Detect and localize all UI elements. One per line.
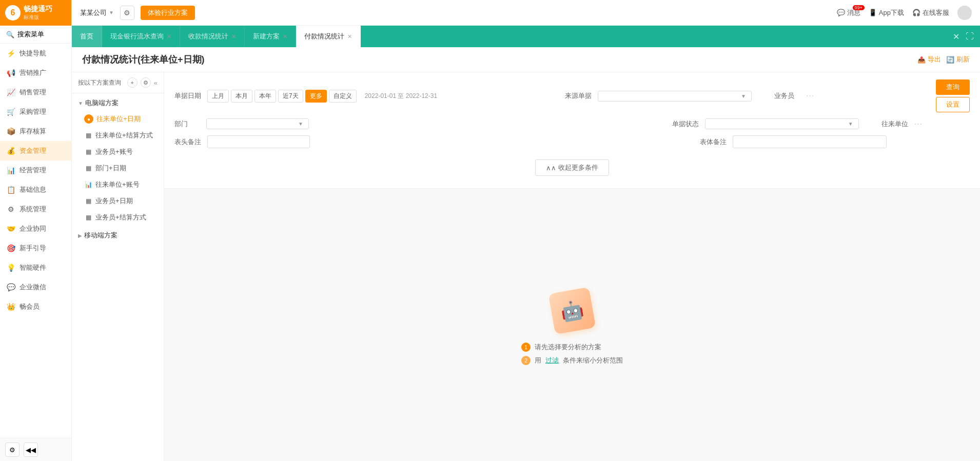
sidebar-item-marketing[interactable]: 📢 营销推广 [0,63,71,83]
sidebar-item-capital[interactable]: 💰 资金管理 [0,141,71,161]
capital-icon: 💰 [6,146,15,155]
filter-row-3: 表头备注 表体备注 [174,135,970,148]
sidebar-item-system[interactable]: ⚙ 系统管理 [0,199,71,219]
dept-select[interactable]: ▼ [206,118,309,129]
empty-tips: 1 请先选择要分析的方案 2 用 过滤 条件来缩小分析范围 [521,343,623,365]
sidebar-item-purchase[interactable]: 🛒 采购管理 [0,102,71,122]
tab-new-scheme[interactable]: 新建方案 ✕ [245,26,296,47]
scheme-item-dept-date[interactable]: ▦ 部门+日期 [72,160,164,176]
query-btn[interactable]: 查询 [936,79,970,95]
sidebar-item-basic-info[interactable]: 📋 基础信息 [0,180,71,199]
scheme-group-mobile-title[interactable]: ▶ 移动端方案 [72,228,164,243]
filter-panel: 单据日期 上月 本月 本年 近7天 更多 自定义 2022-01-01 至 20… [164,72,980,189]
service-btn[interactable]: 🎧 在线客服 [912,8,949,17]
logo-icon: 6 [5,5,21,21]
staff-filter-dots[interactable]: ··· [806,91,814,101]
sidebar-item-member[interactable]: 👑 畅会员 [0,297,71,316]
app-download-btn[interactable]: 📱 App下载 [869,8,904,17]
tab-receipts-stat[interactable]: 收款情况统计 ✕ [180,26,245,47]
settings-bottom-btn[interactable]: ⚙ [5,443,19,457]
scheme-item-icon: ▦ [84,131,92,139]
scheme-item-icon: ▦ [84,197,92,205]
operation-icon: 📊 [6,166,15,175]
date-btn-more[interactable]: 更多 [305,90,327,103]
scheme-item-staff-date[interactable]: ▦ 业务员+日期 [72,193,164,209]
sidebar-item-enterprise[interactable]: 🤝 企业协同 [0,219,71,238]
scheme-group-desktop-title[interactable]: ▼ 电脑端方案 [72,95,164,111]
avatar[interactable] [957,6,972,20]
date-btn-this-month[interactable]: 本月 [231,90,252,103]
tab-new-scheme-close[interactable]: ✕ [283,33,287,40]
message-btn[interactable]: 💬 消息 99+ [837,8,860,17]
date-btn-custom[interactable]: 自定义 [329,90,357,103]
sidebar-item-operation[interactable]: 📊 经营管理 [0,161,71,180]
tip-num-1: 1 [521,343,531,352]
scheme-add-btn[interactable]: + [127,77,138,88]
close-all-tabs-btn[interactable]: ✕ [951,32,962,42]
sidebar-item-quick-nav[interactable]: ⚡ 快捷导航 [0,44,71,63]
voucher-status-select[interactable]: ▼ [705,118,859,129]
app-version: 标准版 [24,14,52,21]
scheme-item-unit-date[interactable]: ● 往来单位+日期 [72,111,164,127]
collapse-sidebar-btn[interactable]: ◀◀ [24,443,38,457]
scheme-settings-btn[interactable]: ⚙ [141,77,151,88]
tab-home[interactable]: 首页 [72,26,102,47]
scheme-item-unit-account[interactable]: 📊 往来单位+账号 [72,176,164,193]
tab-cash-flow[interactable]: 现金银行流水查询 ✕ [102,26,180,47]
main-content: 某某公司 ▼ ⚙ 体验行业方案 💬 消息 99+ 📱 App下载 🎧 在线客服 [72,0,980,461]
search-icon: 🔍 [6,31,14,38]
scheme-item-active-icon: ● [84,114,93,124]
filter-settings-btn[interactable]: 设置 [936,97,970,112]
topbar-settings-btn[interactable]: ⚙ [120,6,134,20]
related-unit-dots[interactable]: ··· [914,119,923,129]
company-selector[interactable]: 某某公司 ▼ [80,8,114,17]
quick-nav-icon: ⚡ [6,49,15,58]
source-select[interactable]: ▼ [598,91,752,102]
refresh-btn[interactable]: 🔄 刷新 [946,55,970,64]
sidebar-item-label: 企业协同 [19,224,46,233]
scheme-item-staff-settlement[interactable]: ▦ 业务员+结算方式 [72,209,164,226]
empty-robot-icon: 🤖 [548,287,596,334]
maximize-btn[interactable]: ⛶ [964,32,976,41]
search-menu[interactable]: 🔍 搜索菜单 [0,26,71,44]
empty-tip-1: 1 请先选择要分析的方案 [521,343,623,352]
scheme-item-staff-account[interactable]: ▦ 业务员+账号 [72,144,164,160]
sidebar-item-guide[interactable]: 🎯 新手引导 [0,238,71,258]
trial-btn[interactable]: 体验行业方案 [141,6,195,20]
sidebar-item-label: 经营管理 [19,166,46,175]
sidebar-item-wechat[interactable]: 💬 企业微信 [0,277,71,297]
sidebar-item-inventory[interactable]: 📦 库存核算 [0,122,71,141]
sidebar-item-label: 系统管理 [19,205,46,214]
settings-icon: ⚙ [124,9,130,17]
tabbar: 首页 现金银行流水查询 ✕ 收款情况统计 ✕ 新建方案 ✕ 付款情况统计 ✕ ✕… [72,26,980,47]
empty-state: 🤖 1 请先选择要分析的方案 2 用 过滤 条件来缩小分析范围 [164,189,980,461]
export-btn[interactable]: 📤 导出 [917,55,941,64]
tip-text-1: 请先选择要分析的方案 [535,343,601,352]
body-note-input[interactable] [733,135,887,148]
tip-text-2-prefix: 用 [535,356,541,365]
scheme-item-unit-settlement[interactable]: ▦ 往来单位+结算方式 [72,127,164,144]
tab-payment-stat-close[interactable]: ✕ [347,33,352,40]
app-label: App下载 [879,8,904,17]
tab-cash-flow-close[interactable]: ✕ [167,33,171,40]
sidebar-item-smart-hw[interactable]: 💡 智能硬件 [0,258,71,277]
tip-num-2: 2 [521,356,531,365]
date-btn-this-year[interactable]: 本年 [254,90,276,103]
tab-receipts-stat-close[interactable]: ✕ [231,33,236,40]
date-btn-last-month[interactable]: 上月 [207,90,229,103]
scheme-item-icon: ▦ [84,148,92,156]
sidebar-item-sales[interactable]: 📈 销售管理 [0,83,71,102]
topbar-right: 💬 消息 99+ 📱 App下载 🎧 在线客服 [837,6,972,20]
sidebar-item-label: 快捷导航 [19,49,46,58]
marketing-icon: 📢 [6,68,15,77]
collapse-more-btn[interactable]: ∧∧ 收起更多条件 [535,159,609,176]
header-note-input[interactable] [207,135,310,148]
date-btn-7days[interactable]: 近7天 [278,90,303,103]
empty-tip-2: 2 用 过滤 条件来缩小分析范围 [521,356,623,365]
smart-hw-icon: 💡 [6,263,15,272]
scheme-item-label: 往来单位+结算方式 [95,131,153,140]
scheme-group-desktop: ▼ 电脑端方案 ● 往来单位+日期 ▦ 往来单位+结算方式 ▦ 业务员+账号 ▦ [72,95,164,226]
scheme-collapse-btn[interactable]: « [154,79,158,87]
tab-payment-stat[interactable]: 付款情况统计 ✕ [296,26,361,47]
tip-filter-link[interactable]: 过滤 [545,356,559,365]
